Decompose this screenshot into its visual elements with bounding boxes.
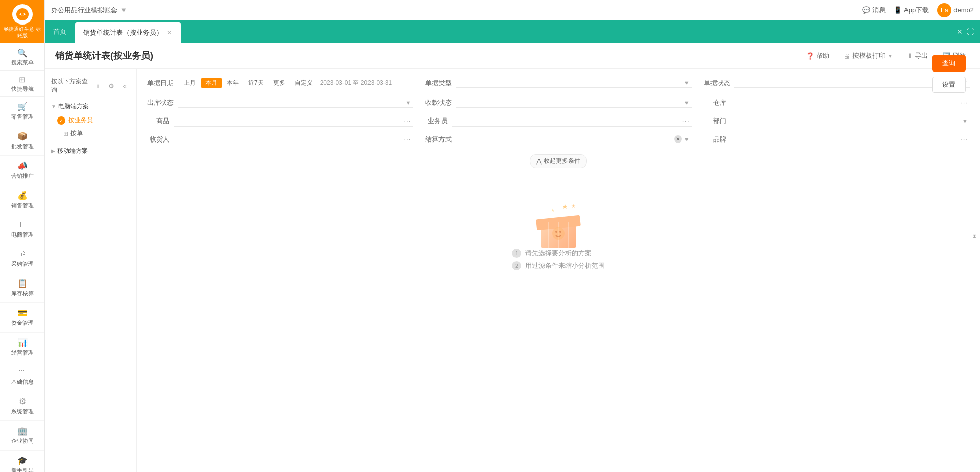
print-dropdown-icon: ▼: [888, 53, 893, 59]
app-download-label: App下载: [904, 6, 929, 15]
breadcrumb-text: 办公用品行业模拟账套: [51, 6, 117, 15]
sidebar-item-enterprise[interactable]: 🏢 企业协同: [0, 421, 44, 451]
mobile-scheme-group: ▶ 移动端方案: [45, 142, 136, 160]
chevron-right-icon-mobile: ▶: [51, 148, 55, 154]
sidebar-item-basic[interactable]: 🗃 基础信息: [0, 362, 44, 391]
filter-grid: 单据日期 上月 本月 本年 近7天 更多 自定义 2023-03-01 至 20…: [147, 76, 970, 90]
out-status-control[interactable]: ▼: [178, 98, 413, 108]
sidebar-item-operations[interactable]: 📊 经营管理: [0, 333, 44, 362]
collapse-row: ⋀ 收起更多条件: [147, 150, 970, 172]
empty-box-svg: ★ ★ ★: [530, 203, 586, 249]
breadcrumb-dropdown-icon[interactable]: ▼: [120, 6, 127, 14]
print-button[interactable]: 🖨 按模板打印 ▼: [840, 49, 897, 62]
sidebar-item-purchase[interactable]: 🛍 采购管理: [0, 244, 44, 273]
user-menu[interactable]: Ea demo2: [937, 3, 974, 17]
help-button[interactable]: ❓ 帮助: [802, 49, 834, 62]
department-dropdown-icon: ▼: [962, 118, 968, 124]
date-btn-custom[interactable]: 自定义: [290, 78, 317, 88]
page-wrapper: 销货单统计表(按业务员) ❓ 帮助 🖨 按模板打印 ▼ ⬇ 导出: [45, 43, 980, 472]
settlement-label: 结算方式: [425, 135, 456, 144]
date-btn-this-year[interactable]: 本年: [223, 78, 243, 88]
close-all-icon[interactable]: ✕: [957, 28, 963, 36]
empty-step1-text: 请先选择要分析的方案: [525, 249, 592, 258]
panel-header: 按以下方案查询 + ⚙ «: [45, 74, 136, 98]
sidebar-item-sales[interactable]: 💰 销售管理: [0, 185, 44, 215]
sidebar-item-inventory[interactable]: 📋 库存核算: [0, 273, 44, 303]
filter-out-status: 出库状态 ▼: [147, 97, 413, 108]
print-label: 按模板打印: [852, 51, 886, 60]
date-btn-more[interactable]: 更多: [269, 78, 289, 88]
top-bar-right: 💬 消息 📱 App下载 Ea demo2: [862, 3, 974, 17]
tab-home-label: 首页: [53, 27, 66, 36]
export-button[interactable]: ⬇ 导出: [903, 49, 932, 62]
app-download-button[interactable]: 📱 App下载: [894, 6, 929, 15]
sidebar-item-ecommerce[interactable]: 🖥 电商管理: [0, 215, 44, 244]
consignee-control[interactable]: ···: [174, 134, 413, 145]
consignee-label: 收货人: [147, 135, 174, 144]
active-scheme-dot: ✓: [57, 116, 65, 125]
svg-text:★: ★: [571, 203, 576, 209]
tab-close-icon[interactable]: ✕: [167, 29, 172, 36]
sidebar: 畅捷通好生意 标账版 🔍 搜索菜单 ⊞ 快捷导航 🛒 零售管理 ▼ 📦 批发管理…: [0, 0, 45, 472]
sidebar-item-finance[interactable]: 💳 资金管理: [0, 303, 44, 333]
panel-header-label: 按以下方案查询: [51, 77, 92, 95]
department-control[interactable]: ▼: [730, 116, 970, 126]
setting-button[interactable]: 设置: [932, 77, 966, 93]
date-filter-control: 上月 本月 本年 近7天 更多 自定义 2023-03-01 至 2023-03…: [178, 76, 413, 90]
tab-expand: ✕ ⛶: [950, 20, 980, 43]
page-header: 销货单统计表(按业务员) ❓ 帮助 🖨 按模板打印 ▼ ⬇ 导出: [45, 43, 980, 69]
sidebar-item-marketing[interactable]: 📣 营销推广: [0, 156, 44, 185]
sidebar-item-retail[interactable]: 🛒 零售管理 ▼: [0, 97, 44, 126]
mobile-scheme-toggle[interactable]: ▶ 移动端方案: [45, 144, 136, 158]
sidebar-item-wholesale[interactable]: 📦 批发管理 ▲: [0, 126, 44, 156]
receive-status-dropdown-icon: ▼: [684, 100, 690, 106]
message-button[interactable]: 💬 消息: [862, 6, 886, 15]
tab-home[interactable]: 首页: [45, 20, 75, 43]
sidebar-search[interactable]: 🔍 搜索菜单: [0, 43, 44, 71]
date-btn-this-month[interactable]: 本月: [201, 78, 222, 88]
product-control[interactable]: ···: [174, 115, 413, 127]
warehouse-label: 仓库: [704, 98, 730, 107]
collapse-panel-button[interactable]: «: [119, 80, 130, 91]
warehouse-control[interactable]: ···: [730, 97, 970, 108]
help-label: 帮助: [816, 51, 829, 60]
doc-status-label: 单据状态: [704, 79, 734, 88]
salesperson-control[interactable]: ···: [452, 115, 691, 127]
query-button[interactable]: 查询: [932, 69, 966, 72]
sub-scheme-item-label: 按单: [70, 129, 83, 138]
filter-doc-status: 单据状态 ▼: [704, 76, 970, 90]
out-status-label: 出库状态: [147, 98, 178, 107]
logo-area[interactable]: 畅捷通好生意 标账版: [0, 0, 44, 43]
logo-text: 畅捷通好生意 标账版: [2, 26, 42, 39]
breadcrumb: 办公用品行业模拟账套 ▼: [51, 6, 127, 15]
sidebar-item-newbie[interactable]: 🎓 新手引导: [0, 451, 44, 472]
doc-type-control[interactable]: ▼: [456, 78, 691, 88]
filter-consignee: 收货人 ···: [147, 134, 413, 145]
sidebar-item-system[interactable]: ⚙ 系统管理: [0, 391, 44, 421]
warehouse-dots-icon: ···: [961, 99, 968, 106]
settings-scheme-button[interactable]: ⚙: [106, 80, 117, 91]
receive-status-label: 收款状态: [425, 98, 456, 107]
scheme-item-by-salesperson[interactable]: ✓ 按业务员: [45, 113, 136, 127]
quick-nav[interactable]: ⊞ 快捷导航: [0, 71, 44, 97]
sub-scheme-item-by-order[interactable]: ⊞ 按单: [45, 127, 136, 140]
settlement-clear-icon[interactable]: ✕: [674, 135, 682, 143]
tab-sales-stat[interactable]: 销货单统计表（按业务员） ✕: [75, 22, 181, 43]
svg-point-13: [559, 231, 561, 233]
collapse-button[interactable]: ⋀ 收起更多条件: [530, 154, 587, 168]
filter-product: 商品 ···: [147, 115, 413, 127]
date-btn-last-month[interactable]: 上月: [180, 78, 200, 88]
receive-status-control[interactable]: ▼: [456, 98, 691, 108]
fullscreen-icon[interactable]: ⛶: [967, 28, 974, 36]
settlement-control[interactable]: ✕ ▼: [456, 134, 691, 145]
desktop-scheme-toggle[interactable]: ▼ 电脑端方案: [45, 100, 136, 113]
filter-settlement: 结算方式 ✕ ▼: [425, 134, 691, 145]
svg-text:★: ★: [551, 208, 555, 213]
salesperson-label: 业务员: [425, 116, 452, 126]
department-label: 部门: [704, 116, 730, 126]
brand-control[interactable]: ···: [730, 134, 970, 145]
tab-bar: 首页 销货单统计表（按业务员） ✕ ✕ ⛶: [45, 20, 980, 43]
add-scheme-button[interactable]: +: [92, 80, 104, 91]
content: 销货单统计表(按业务员) ❓ 帮助 🖨 按模板打印 ▼ ⬇ 导出: [45, 43, 980, 472]
date-btn-last-7days[interactable]: 近7天: [244, 78, 268, 88]
